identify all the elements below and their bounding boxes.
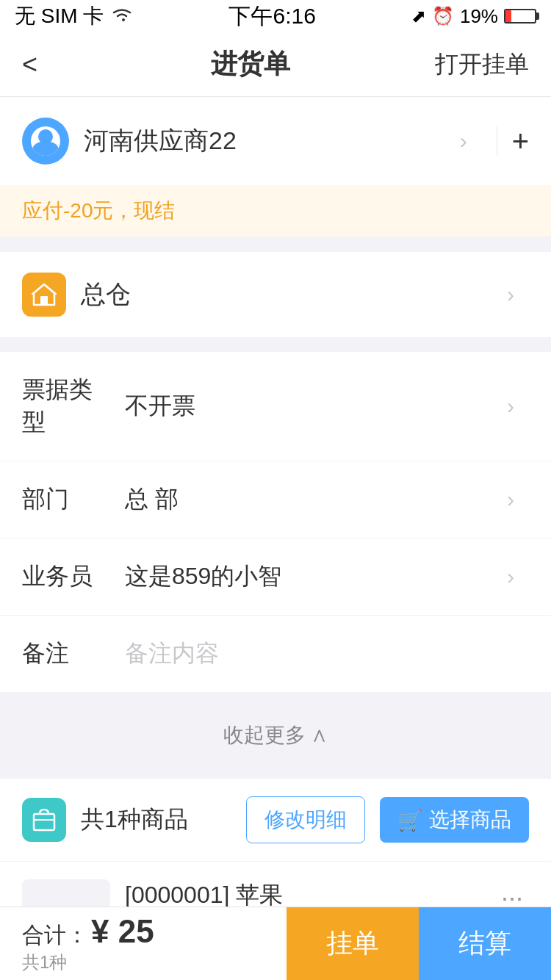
supplier-chevron-icon: › [460,129,467,154]
location-icon: ⬈ [411,6,426,26]
checkout-button[interactable]: 结算 [419,907,551,980]
status-bar: 无 SIM 卡 下午6:16 ⬈ ⏰ 19% [0,0,551,32]
warehouse-row[interactable]: 总仓 › [0,251,551,337]
page-title: 进货单 [211,46,290,82]
carrier-label: 无 SIM 卡 [15,2,104,30]
nav-bar: < 进货单 打开挂单 [0,32,551,97]
supplier-section: 河南供应商22 › + 应付-20元，现结 [0,97,551,237]
svg-rect-1 [34,814,54,830]
notice-text: 应付-20元，现结 [22,199,175,222]
department-label: 部门 [22,483,110,516]
status-left: 无 SIM 卡 [15,2,133,30]
svg-rect-0 [40,296,48,305]
remark-placeholder: 备注内容 [125,638,529,670]
battery-percent: 19% [460,5,498,28]
department-row[interactable]: 部门 总 部 › [0,461,551,538]
add-button[interactable]: + [512,125,529,158]
product-code: [0000001] [125,882,229,908]
invoice-type-label: 票据类型 [22,374,110,439]
warehouse-chevron-icon: › [507,282,514,307]
products-header: 共1种商品 修改明细 🛒 选择商品 [0,779,551,862]
form-section: 票据类型 不开票 › 部门 总 部 › 业务员 这是859的小智 › 备注 备注… [0,352,551,692]
select-product-button[interactable]: 🛒 选择商品 [380,797,529,843]
warehouse-section: 总仓 › [0,251,551,337]
department-value: 总 部 [125,483,507,516]
total-amount: ¥ 25 [91,913,154,950]
collapse-label: 收起更多 ∧ [223,721,328,749]
supplier-divider [497,126,497,156]
product-count: 共1种商品 [81,804,231,836]
supplier-name: 河南供应商22 [84,124,460,158]
warehouse-icon [22,273,66,317]
status-right: ⬈ ⏰ 19% [411,5,536,28]
total-count: 共1种 [22,951,264,974]
time-label: 下午6:16 [228,1,315,32]
remark-row[interactable]: 备注 备注内容 [0,616,551,692]
notice-banner: 应付-20元，现结 [0,185,551,237]
salesperson-chevron-icon: › [507,564,514,589]
supplier-avatar [22,118,69,165]
back-button[interactable]: < [22,49,66,80]
product-title-text: 苹果 [236,882,283,908]
collapse-button[interactable]: 收起更多 ∧ [0,707,551,764]
product-icon [22,798,66,842]
salesperson-value: 这是859的小智 [125,561,507,593]
salesperson-row[interactable]: 业务员 这是859的小智 › [0,538,551,616]
cart-icon: 🛒 [397,808,423,832]
alarm-icon: ⏰ [432,6,454,26]
bottom-bar: 合计： ¥ 25 共1种 挂单 结算 [0,907,551,980]
warehouse-name: 总仓 [81,278,507,311]
pending-button[interactable]: 挂单 [287,907,419,980]
salesperson-label: 业务员 [22,561,110,593]
modify-detail-button[interactable]: 修改明细 [246,796,365,843]
total-section: 合计： ¥ 25 共1种 [0,907,287,980]
invoice-type-chevron-icon: › [507,394,514,419]
battery-icon [504,9,536,24]
remark-label: 备注 [22,638,110,670]
select-product-label: 选择商品 [429,806,511,834]
department-chevron-icon: › [507,487,514,512]
invoice-type-row[interactable]: 票据类型 不开票 › [0,352,551,461]
wifi-icon [111,4,133,28]
invoice-type-value: 不开票 [125,390,507,422]
supplier-row[interactable]: 河南供应商22 › + [0,97,551,185]
total-label: 合计： [22,920,88,951]
open-pending-button[interactable]: 打开挂单 [435,48,529,81]
